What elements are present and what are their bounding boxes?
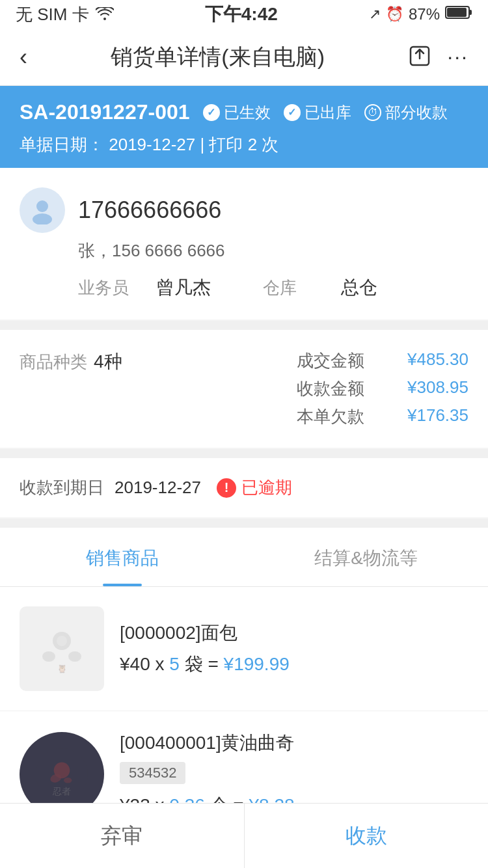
stats-left: 商品种类 4种 [20,349,122,374]
divider-2 [0,449,488,458]
more-icon[interactable]: ··· [447,45,468,69]
status-bar: 无 SIM 卡 下午4:42 ↗ ⏰ 87% [0,0,488,29]
wifi-icon [96,5,114,25]
share-icon[interactable] [408,44,431,70]
stats-row: 商品种类 4种 成交金额 ¥485.30 收款金额 ¥308.95 本单欠款 ¥… [20,349,468,428]
customer-section: 17666666666 张，156 6666 6666 业务员 曾凡杰 仓库 总… [0,168,488,319]
svg-point-4 [36,200,48,212]
svg-point-14 [64,778,72,783]
stat-item-2: 收款金额 ¥308.95 [297,377,468,400]
nav-bar: ‹ 销货单详情(来自电脑) ··· [0,29,488,86]
cancel-label: 弃审 [101,822,142,850]
product-qty-1: 5 [169,654,180,674]
overdue-icon: ! [217,478,236,498]
pay-label: 收款 [346,822,387,850]
tab-sales[interactable]: 销售商品 [0,528,244,586]
salesman-label: 业务员 [78,277,156,299]
stat-name-3: 本单欠款 [297,405,364,428]
bottom-bar: 弃审 收款 [0,803,488,868]
svg-point-5 [33,213,52,224]
order-meta-label: 单据日期： [20,135,104,154]
stat-val-1: ¥485.30 [390,349,468,372]
badge-partial-label: 部分收款 [385,102,448,123]
alarm-icon: ⏰ [386,6,403,23]
badge-partial: ⏱ 部分收款 [364,102,448,123]
stat-val-3: ¥176.35 [390,405,468,428]
product-unit-1: 袋 [185,654,203,674]
battery-icon [445,5,472,23]
product-item-1[interactable]: 🦉 [0000002]面包 ¥40 x 5 袋 = ¥199.99 [0,587,488,711]
svg-rect-2 [447,8,467,17]
badge-shipped: ✓ 已出库 [284,102,351,123]
tab-settlement[interactable]: 结算&物流等 [244,528,488,586]
warehouse-label: 仓库 [263,277,341,299]
product-total-1: ¥199.99 [224,654,290,674]
divider-3 [0,519,488,528]
sim-label: 无 SIM 卡 [16,3,89,26]
svg-text:忍者: 忍者 [52,787,71,796]
badge-effective: ✓ 已生效 [203,102,271,123]
tab-settlement-label: 结算&物流等 [314,548,418,568]
warehouse-value: 总仓 [341,275,377,300]
product-sku-2: 534532 [120,762,185,784]
svg-point-9 [68,651,81,662]
due-section: 收款到期日 2019-12-27 ! 已逾期 [0,458,488,517]
product-eq-1: = [208,654,223,674]
stats-section: 商品种类 4种 成交金额 ¥485.30 收款金额 ¥308.95 本单欠款 ¥… [0,330,488,448]
order-meta-date: 2019-12-27 [109,135,195,154]
due-date: 2019-12-27 [115,478,201,498]
order-number: SA-20191227-001 [20,100,190,124]
battery-label: 87% [409,5,440,23]
tab-sales-label: 销售商品 [86,548,159,568]
customer-detail-row: 业务员 曾凡杰 仓库 总仓 [78,275,468,300]
status-bar-time: 下午4:42 [205,2,278,27]
product-thumb-1: 🦉 [20,606,104,691]
product-price-1: ¥40 x 5 袋 = ¥199.99 [120,652,468,677]
order-header: SA-20191227-001 ✓ 已生效 ✓ 已出库 ⏱ 部分收款 单据日期：… [0,86,488,168]
stats-right: 成交金额 ¥485.30 收款金额 ¥308.95 本单欠款 ¥176.35 [297,349,468,428]
product-list: 🦉 [0000002]面包 ¥40 x 5 袋 = ¥199.99 忍者 [0,587,488,838]
product-info-1: [0000002]面包 ¥40 x 5 袋 = ¥199.99 [120,621,468,677]
salesman-value: 曾凡杰 [156,275,211,300]
cancel-button[interactable]: 弃审 [0,804,245,868]
due-label: 收款到期日 [20,476,104,499]
order-meta-print: | 打印 2 次 [200,135,278,154]
check-icon-2: ✓ [284,104,301,121]
status-bar-left: 无 SIM 卡 [16,3,114,26]
svg-text:🦉: 🦉 [57,664,67,673]
svg-point-8 [42,651,55,662]
order-header-top: SA-20191227-001 ✓ 已生效 ✓ 已出库 ⏱ 部分收款 [20,100,468,124]
stat-name-1: 成交金额 [297,349,364,372]
clock-icon: ⏱ [364,104,381,121]
check-icon-1: ✓ [203,104,220,121]
status-bar-right: ↗ ⏰ 87% [369,5,472,23]
type-count: 4种 [94,349,122,374]
divider-1 [0,321,488,330]
order-meta: 单据日期： 2019-12-27 | 打印 2 次 [20,133,468,156]
page-title: 销货单详情(来自电脑) [111,42,325,72]
customer-name: 17666666666 [78,197,221,224]
overdue-text: 已逾期 [241,476,292,499]
pay-button[interactable]: 收款 [245,804,489,868]
svg-rect-1 [469,10,472,15]
overdue-badge: ! 已逾期 [217,476,292,499]
product-name-2: [000400001]黄油曲奇 [120,731,468,755]
stat-item-3: 本单欠款 ¥176.35 [297,405,468,428]
product-price-base-1: ¥40 [120,654,150,674]
back-button[interactable]: ‹ [20,44,27,71]
nav-actions: ··· [408,44,468,70]
svg-point-7 [57,636,67,646]
type-label: 商品种类 [20,351,87,373]
badge-shipped-label: 已出库 [305,102,351,123]
customer-row: 17666666666 [20,187,468,233]
tabs-section: 销售商品 结算&物流等 [0,528,488,587]
customer-sub: 张，156 6666 6666 [78,239,468,262]
product-name-1: [0000002]面包 [120,621,468,645]
badge-effective-label: 已生效 [224,102,271,123]
stat-item-1: 成交金额 ¥485.30 [297,349,468,372]
stat-val-2: ¥308.95 [390,377,468,400]
location-icon: ↗ [369,6,381,23]
product-price-x-1: x [156,654,170,674]
avatar [20,187,65,233]
stat-name-2: 收款金额 [297,377,364,400]
